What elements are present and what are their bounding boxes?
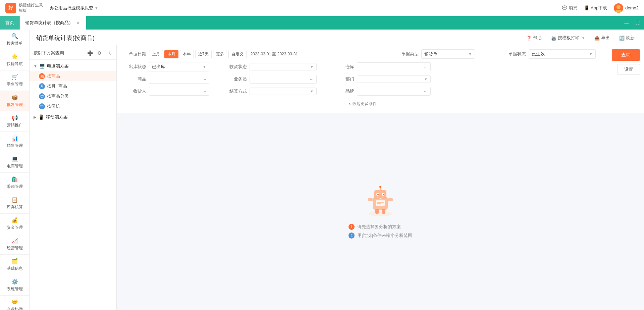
tab-maximize-button[interactable]: ⛶ — [633, 19, 641, 27]
goods-dots[interactable]: ··· — [202, 76, 206, 82]
out-status-control: 已出库 ▼ — [149, 62, 216, 71]
dept-label: 部门 — [330, 76, 357, 82]
date-btn-7days[interactable]: 近7天 — [195, 50, 212, 58]
scheme-item-by-month-goods[interactable]: 月 按月+商品 — [30, 81, 116, 91]
doc-status-label: 单据状态 — [502, 51, 529, 57]
sidebar-item-finance[interactable]: 💰 资金管理 — [0, 214, 29, 234]
sidebar-item-corp[interactable]: 🤝 企业协同 — [0, 296, 29, 310]
search-icon: 🔍 — [11, 33, 18, 39]
collapse-filter-button[interactable]: ∧ 收起更多条件 — [122, 99, 602, 109]
salesperson-label: 业务员 — [223, 76, 250, 82]
warehouse-dots[interactable]: ··· — [424, 64, 428, 69]
dept-select[interactable]: ▼ — [357, 75, 431, 83]
date-btn-more[interactable]: 更多 — [213, 50, 227, 58]
sidebar-item-ecom[interactable]: 💻 电商管理 — [0, 152, 29, 173]
chevron-down-icon: ▼ — [424, 77, 428, 81]
payment-status-control: ▼ — [250, 63, 323, 70]
warehouse-input[interactable]: ··· — [357, 62, 431, 71]
salesperson-dots[interactable]: ··· — [310, 76, 314, 82]
tabbar-actions: — ⛶ — [623, 19, 644, 27]
settlement-select[interactable]: ▼ — [250, 88, 317, 95]
out-status-select[interactable]: 已出库 ▼ — [149, 62, 209, 71]
filter-right-layout: 单据日期 上月 本月 本年 近7天 更多 自定义 2023-03-01 至 20… — [117, 45, 644, 113]
empty-step-1: 1 请先选择要分析的方案 — [348, 222, 412, 231]
help-button[interactable]: ❓ 帮助 — [524, 34, 544, 42]
sidebar-item-purchase[interactable]: 🛍️ 采购管理 — [0, 173, 29, 193]
receiver-input[interactable]: ··· — [149, 87, 209, 96]
date-btn-last-month[interactable]: 上月 — [149, 50, 163, 58]
desktop-group-header[interactable]: ▼ 🖥️ 电脑端方案 — [30, 61, 116, 71]
mobile-group-header[interactable]: ▶ 📱 移动端方案 — [30, 112, 116, 122]
tab-minimize-button[interactable]: — — [623, 19, 631, 27]
query-area: 1 请先选择要分析的方案 2 用[过滤]条件来缩小分析范围 — [117, 113, 644, 310]
add-scheme-button[interactable]: ➕ — [86, 49, 94, 57]
receiver-control: ··· — [149, 87, 216, 96]
receiver-dots[interactable]: ··· — [202, 89, 206, 94]
tab-home[interactable]: 首页 — [0, 16, 20, 30]
industry-select[interactable]: 办公用品行业模拟账套 ▼ — [47, 4, 101, 12]
sidebar-item-marketing[interactable]: 📢 营销推广 — [0, 111, 29, 132]
sidebar-item-base[interactable]: 🗂️ 基础信息 — [0, 255, 29, 275]
app-download-button[interactable]: 📱 App下载 — [584, 5, 607, 11]
sidebar-item-biz[interactable]: 📈 经营管理 — [0, 234, 29, 255]
inventory-icon: 📋 — [11, 197, 18, 203]
filter-main: 单据日期 上月 本月 本年 近7天 更多 自定义 2023-03-01 至 20… — [117, 45, 608, 113]
minus-icon: — — [625, 20, 629, 25]
tab-report[interactable]: 销货单统计表（按商品） ✕ — [20, 16, 86, 30]
user-profile[interactable]: demo2 — [614, 3, 639, 13]
scheme-item-by-category[interactable]: 类 按商品分类 — [30, 91, 116, 101]
salesperson-input[interactable]: ··· — [250, 75, 317, 84]
export-button[interactable]: 📤 导出 — [592, 34, 612, 42]
filter-row-4: 收货人 ··· 结算方式 ▼ — [122, 87, 602, 96]
out-status-label: 出库状态 — [122, 64, 149, 70]
doc-status-select[interactable]: 已生效 ▼ — [529, 49, 596, 59]
logo-area: 好 畅捷信好生意 标版 — [5, 3, 43, 13]
sidebar-item-inventory[interactable]: 📋 库存核算 — [0, 193, 29, 214]
svg-point-10 — [379, 186, 381, 188]
sidebar-item-sales[interactable]: 📊 销售管理 — [0, 132, 29, 152]
empty-illustration — [364, 184, 397, 217]
salesperson-control: ··· — [250, 75, 323, 84]
settings-button[interactable]: 设置 — [617, 64, 640, 75]
sidebar: 🔍 搜索菜单 ⭐ 快捷导航 🛒 零售管理 📦 批发管理 📢 营销推广 📊 销售管… — [0, 30, 30, 310]
doc-type-select[interactable]: 销货单 ▼ — [421, 49, 475, 59]
print-button[interactable]: 🖨️ 按模板打印 ▼ — [548, 34, 588, 42]
desktop-scheme-group: ▼ 🖥️ 电脑端方案 商 按商品 月 按月+商品 类 按商品分类 — [30, 61, 116, 111]
main-content: 单据日期 上月 本月 本年 近7天 更多 自定义 2023-03-01 至 20… — [117, 45, 644, 310]
settings-scheme-button[interactable]: ⚙ — [96, 49, 103, 57]
doc-status-control: 已生效 ▼ — [529, 49, 602, 59]
step-2-num: 2 — [348, 232, 355, 239]
sidebar-item-search[interactable]: 🔍 搜索菜单 — [0, 30, 29, 50]
payment-status-select[interactable]: ▼ — [250, 63, 317, 70]
avatar — [614, 3, 623, 13]
date-btn-custom[interactable]: 自定义 — [228, 50, 247, 58]
cart-icon: 🛒 — [11, 74, 18, 80]
help-icon: ❓ — [526, 36, 532, 41]
scheme-icon: 月 — [39, 83, 45, 89]
sidebar-item-retail[interactable]: 🛒 零售管理 — [0, 70, 29, 91]
left-panel-header: 按以下方案查询 ➕ ⚙ 《 — [30, 48, 116, 60]
collapse-panel-button[interactable]: 《 — [105, 49, 112, 57]
sidebar-item-system[interactable]: ⚙️ 系统管理 — [0, 275, 29, 296]
brand-input[interactable]: ··· — [357, 87, 431, 96]
marketing-icon: 📢 — [11, 115, 18, 121]
date-btn-this-month[interactable]: 本月 — [164, 50, 178, 58]
base-icon: 🗂️ — [11, 258, 18, 264]
date-btn-this-year[interactable]: 本年 — [180, 50, 194, 58]
finance-icon: 💰 — [11, 217, 18, 223]
brand-dots[interactable]: ··· — [424, 89, 428, 94]
query-button[interactable]: 查询 — [612, 49, 640, 61]
refresh-button[interactable]: 🔄 刷新 — [616, 34, 637, 42]
content-area: 销货单统计表(按商品) ❓ 帮助 🖨️ 按模板打印 ▼ 📤 导出 🔄 刷新 — [30, 30, 644, 310]
scheme-item-by-clerk[interactable]: 司 按司机 — [30, 101, 116, 111]
scheme-item-by-goods[interactable]: 商 按商品 — [30, 71, 116, 81]
chevron-down-icon: ▼ — [95, 6, 98, 10]
sidebar-item-wholesale[interactable]: 📦 批发管理 — [0, 91, 29, 111]
tab-close-icon[interactable]: ✕ — [75, 20, 80, 25]
goods-input[interactable]: ··· — [149, 75, 209, 84]
message-button[interactable]: 💬 消息 — [562, 5, 577, 11]
doc-type-control: 销货单 ▼ — [421, 49, 495, 59]
topbar: 好 畅捷信好生意 标版 办公用品行业模拟账套 ▼ 💬 消息 📱 App下载 de… — [0, 0, 644, 16]
empty-step-2: 2 用[过滤]条件来缩小分析范围 — [348, 231, 412, 240]
sidebar-item-quick-nav[interactable]: ⭐ 快捷导航 — [0, 50, 29, 70]
